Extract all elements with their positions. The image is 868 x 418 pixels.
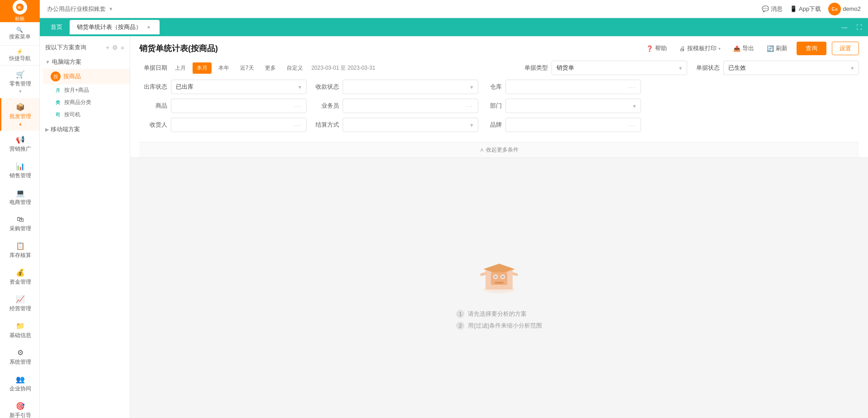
sidebar-item-ecommerce[interactable]: 💻 电商管理 xyxy=(0,184,39,211)
tree-item-by-goods[interactable]: 按 按商品 xyxy=(43,69,130,84)
marketing-icon: 📢 xyxy=(16,135,25,144)
doc-type-select[interactable]: 销货单 ▾ xyxy=(552,61,687,75)
export-btn[interactable]: 📤 导出 xyxy=(730,43,758,54)
out-status-select[interactable]: 已出库 ▾ xyxy=(171,80,307,94)
doc-status-value: 已生效 xyxy=(728,64,746,72)
avatar: Ea xyxy=(828,3,841,15)
search-icon: 🔍 xyxy=(0,27,39,33)
doc-type-label: 单据类型 xyxy=(515,64,552,72)
receiver-dots: ··· xyxy=(294,122,302,128)
right-panel: 销货单统计表(按商品) ❓ 帮助 🖨 按模板打印 ▾ 📤 xyxy=(130,36,868,418)
goods-dots: ··· xyxy=(294,103,302,109)
month-goods-icon: 月 xyxy=(54,87,61,94)
tab-minimize-btn[interactable]: — xyxy=(839,22,850,33)
collab-icon: 👥 xyxy=(16,375,25,384)
by-goods-icon: 按 xyxy=(51,71,61,81)
last-month-btn[interactable]: 上月 xyxy=(171,62,190,74)
dept-label: 部门 xyxy=(478,102,505,110)
sidebar-item-basic[interactable]: 📁 基础信息 xyxy=(0,317,39,344)
settings-scheme-btn[interactable]: ⚙ xyxy=(112,44,118,51)
sidebar-item-inventory[interactable]: 📋 库存核算 xyxy=(0,237,39,264)
tree-item-driver[interactable]: 司 按司机 xyxy=(43,109,130,121)
help-label: 帮助 xyxy=(655,44,667,52)
sidebar-item-retail[interactable]: 🛒 零售管理 ▼ xyxy=(0,66,39,98)
help-btn[interactable]: ❓ 帮助 xyxy=(642,43,670,54)
sidebar-item-collab[interactable]: 👥 企业协同 xyxy=(0,370,39,397)
tree-mobile-group[interactable]: ▶ 移动端方案 xyxy=(40,123,130,136)
last7-btn[interactable]: 近7天 xyxy=(236,62,258,74)
top-header: 办公用品行业模拟账套 ▾ 💬 消息 📱 App下载 Ea demo2 xyxy=(40,0,868,18)
sidebar-item-newbie[interactable]: 🎯 新手引导 xyxy=(0,397,39,418)
retail-label: 零售管理 xyxy=(9,80,31,88)
sidebar-search[interactable]: 🔍 搜索菜单 xyxy=(0,22,39,46)
warehouse-label: 仓库 xyxy=(478,83,505,91)
tab-bar: 首页 销货单统计表（按商品） × — ⛶ xyxy=(40,18,868,36)
tab-home[interactable]: 首页 xyxy=(43,20,70,34)
system-icon: ⚙ xyxy=(17,348,24,357)
payment-status-select[interactable]: ▾ xyxy=(343,80,478,94)
app-logo[interactable]: 畅 标账 xyxy=(0,0,40,22)
main-area: 办公用品行业模拟账套 ▾ 💬 消息 📱 App下载 Ea demo2 首页 xyxy=(40,0,868,418)
out-status-label: 出库状态 xyxy=(139,83,171,91)
brand-input[interactable]: ··· xyxy=(505,118,641,132)
tree-item-category[interactable]: 类 按商品分类 xyxy=(43,96,130,109)
settings-btn[interactable]: 设置 xyxy=(832,42,859,55)
sidebar-item-marketing[interactable]: 📢 营销推广 xyxy=(0,131,39,157)
page-actions: ❓ 帮助 🖨 按模板打印 ▾ 📤 导出 🔄 xyxy=(642,42,859,55)
date-range-text: 2023-03-01 至 2023-03-31 xyxy=(311,64,375,72)
industry-dropdown[interactable]: ▾ xyxy=(109,5,113,12)
receiver-input[interactable]: ··· xyxy=(171,118,307,132)
logo-text: 标账 xyxy=(15,15,25,22)
sidebar-item-wholesale[interactable]: 📦 批发管理 ▲ xyxy=(0,98,39,131)
sidebar-item-system[interactable]: ⚙ 系统管理 xyxy=(0,344,39,370)
export-icon: 📤 xyxy=(733,45,741,52)
tab-close-btn[interactable]: × xyxy=(145,24,152,31)
goods-input[interactable]: ··· xyxy=(171,99,307,113)
staff-label: 业务员 xyxy=(307,102,343,110)
filter-area: 单据日期 上月 本月 本年 近7天 更多 自定义 2023-03-01 至 20… xyxy=(139,61,859,142)
refresh-btn[interactable]: 🔄 刷新 xyxy=(763,43,791,54)
brand-label: 品牌 xyxy=(478,121,505,129)
payment-method-select[interactable]: ▾ xyxy=(343,118,478,132)
tree-item-month-goods[interactable]: 月 按月+商品 xyxy=(43,84,130,96)
staff-input[interactable]: ··· xyxy=(343,99,478,113)
sidebar-item-finance[interactable]: 💰 资金管理 xyxy=(0,264,39,290)
custom-btn[interactable]: 自定义 xyxy=(283,62,307,74)
sidebar-item-management[interactable]: 📈 经营管理 xyxy=(0,290,39,317)
sidebar-item-purchase[interactable]: 🛍 采购管理 xyxy=(0,211,39,237)
purchase-label: 采购管理 xyxy=(9,225,31,233)
tip-num-1: 1 xyxy=(456,310,464,318)
left-panel: 按以下方案查询 + ⚙ « ▼ 电脑端方案 按 按商品 月 按月+商品 xyxy=(40,36,130,418)
tab-sales-report[interactable]: 销货单统计表（按商品） × xyxy=(70,20,160,34)
sidebar-item-sales[interactable]: 📊 销售管理 xyxy=(0,157,39,184)
print-btn[interactable]: 🖨 按模板打印 ▾ xyxy=(676,43,724,54)
desktop-group-label: 电脑端方案 xyxy=(52,58,81,66)
newbie-icon: 🎯 xyxy=(16,402,25,410)
collapse-panel-btn[interactable]: « xyxy=(121,44,124,51)
doc-status-select[interactable]: 已生效 ▾ xyxy=(723,61,859,75)
filter-row-1: 单据日期 上月 本月 本年 近7天 更多 自定义 2023-03-01 至 20… xyxy=(139,61,859,75)
this-year-btn[interactable]: 本年 xyxy=(214,62,233,74)
more-btn[interactable]: 更多 xyxy=(261,62,280,74)
user-profile[interactable]: Ea demo2 xyxy=(828,3,861,15)
app-download-btn[interactable]: 📱 App下载 xyxy=(790,5,821,13)
collapse-filter-btn[interactable]: ∧ 收起更多条件 xyxy=(139,142,859,157)
search-label: 搜索菜单 xyxy=(9,33,31,40)
driver-label: 按司机 xyxy=(64,111,80,119)
finance-label: 资金管理 xyxy=(9,278,31,286)
tree-desktop-group[interactable]: ▼ 电脑端方案 xyxy=(40,55,130,69)
empty-tips: 1 请先选择要分析的方案 2 用[过滤]条件来缩小分析范围 xyxy=(456,310,542,330)
message-btn[interactable]: 💬 消息 xyxy=(762,5,783,13)
sidebar-quick-nav[interactable]: ⚡ 快捷导航 xyxy=(0,46,39,66)
print-dropdown[interactable]: ▾ xyxy=(718,46,721,51)
dept-chevron: ▾ xyxy=(633,103,636,109)
out-status-chevron: ▾ xyxy=(298,84,302,90)
this-month-btn[interactable]: 本月 xyxy=(193,62,212,74)
payment-method-chevron: ▾ xyxy=(470,122,473,128)
add-scheme-btn[interactable]: + xyxy=(106,44,109,51)
doc-type-value: 销货单 xyxy=(557,64,574,72)
query-btn[interactable]: 查询 xyxy=(797,42,826,55)
dept-select[interactable]: ▾ xyxy=(505,99,641,113)
tab-maximize-btn[interactable]: ⛶ xyxy=(854,22,864,33)
warehouse-input[interactable]: ··· xyxy=(505,80,641,94)
